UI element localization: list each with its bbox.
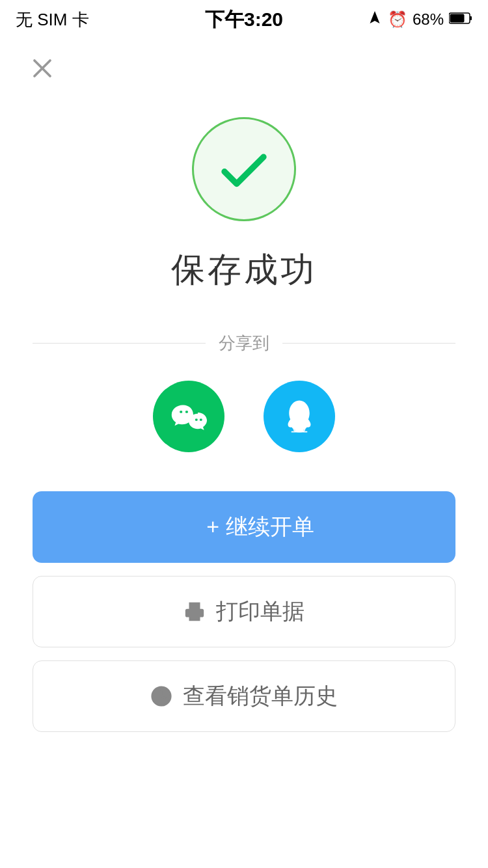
share-label: 分享到 bbox=[219, 332, 269, 355]
battery-text: 68% bbox=[413, 10, 444, 29]
svg-rect-3 bbox=[450, 14, 465, 23]
share-line-right bbox=[282, 343, 455, 344]
status-bar: 无 SIM 卡 下午3:20 ⏰ 68% bbox=[0, 0, 488, 39]
status-left: 无 SIM 卡 bbox=[16, 8, 94, 31]
history-button-label: 查看销货单历史 bbox=[183, 681, 338, 711]
location-icon bbox=[367, 10, 383, 29]
history-button[interactable]: 查看销货单历史 bbox=[33, 660, 455, 732]
close-row bbox=[0, 39, 488, 91]
share-icons-row bbox=[33, 381, 455, 452]
success-icon-circle bbox=[192, 117, 296, 221]
print-button-label: 打印单据 bbox=[216, 597, 305, 627]
print-button[interactable]: 打印单据 bbox=[33, 576, 455, 647]
action-buttons: + 继续开单 打印单据 查看销货单历史 bbox=[33, 491, 455, 732]
sim-text: 无 SIM 卡 bbox=[16, 8, 89, 31]
main-content: 保存成功 分享到 bbox=[0, 91, 488, 868]
svg-rect-2 bbox=[470, 16, 472, 20]
status-time: 下午3:20 bbox=[205, 7, 283, 33]
status-right: ⏰ 68% bbox=[367, 10, 472, 29]
share-wechat-button[interactable] bbox=[153, 381, 224, 452]
share-line-left bbox=[33, 343, 206, 344]
continue-button-label: + 继续开单 bbox=[206, 512, 314, 542]
close-button[interactable] bbox=[26, 52, 59, 85]
share-qq-button[interactable] bbox=[264, 381, 335, 452]
success-title: 保存成功 bbox=[171, 247, 317, 293]
battery-icon bbox=[449, 10, 472, 29]
alarm-icon: ⏰ bbox=[388, 10, 407, 29]
share-divider-row: 分享到 bbox=[33, 332, 455, 355]
continue-button[interactable]: + 继续开单 bbox=[33, 491, 455, 563]
share-section: 分享到 bbox=[33, 332, 455, 452]
